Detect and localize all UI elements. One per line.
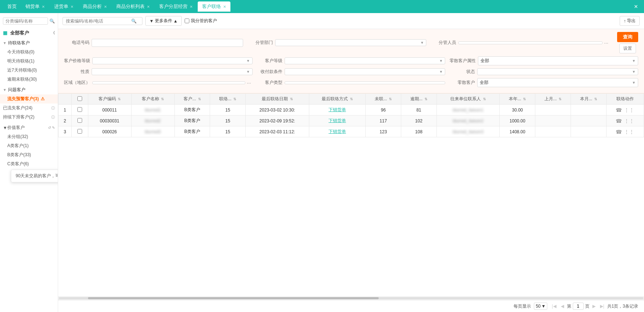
col-last-month[interactable]: 上月... ⇅ <box>535 94 571 105</box>
last-method-link[interactable]: 下销货单 <box>329 129 346 134</box>
row-checkbox-cell[interactable] <box>71 126 88 137</box>
contact-action-icon[interactable]: ☎ <box>616 107 622 113</box>
col-type[interactable]: 客户... ⇅ <box>174 94 210 105</box>
close-all-icon[interactable]: ✕ <box>631 2 641 11</box>
filter-region-select[interactable] <box>92 81 245 84</box>
contact-action-icon[interactable]: ☎ <box>616 118 622 124</box>
export-btn[interactable]: ↑ 导出 <box>620 16 640 26</box>
sidebar-item-7days[interactable]: 近7天待联络(0) <box>0 66 58 75</box>
filter-payment-select[interactable]: ▼ <box>285 68 446 75</box>
last-page-btn[interactable]: ▶| <box>599 303 606 309</box>
select-all-checkbox[interactable] <box>77 96 82 101</box>
col-last-method[interactable]: 最后联络方式 ⇅ <box>309 94 365 105</box>
toolbar-search-icon[interactable]: 🔍 <box>131 19 137 24</box>
more-action-icon[interactable]: ⋮⋮ <box>624 107 634 113</box>
my-customers-checkbox-label[interactable]: 我分管的客户 <box>185 18 217 24</box>
row-overdue: 81 <box>401 105 437 116</box>
tab-sales[interactable]: 销货单 ✕ <box>21 1 49 12</box>
sidebar-item-ungrouped[interactable]: 未分组(32) <box>0 132 58 141</box>
col-last-date[interactable]: 最后联络日期 ⇅ <box>246 94 309 105</box>
collapse-icon: 《 <box>51 31 55 36</box>
price-select-arrow: ▼ <box>246 59 250 63</box>
tab-analysis-close[interactable]: ✕ <box>104 5 107 9</box>
col-action: 联络动作 <box>606 94 644 105</box>
col-overdue[interactable]: 逾期... ⇅ <box>401 94 437 105</box>
refresh-icon[interactable]: ↺ <box>48 126 51 130</box>
filter-dept-select[interactable]: ▼ <box>275 39 427 46</box>
row-this-month <box>571 126 606 137</box>
page-number-input[interactable] <box>573 303 584 310</box>
filter-status-select[interactable]: ▼ <box>477 68 638 75</box>
tab-home[interactable]: 首页 <box>3 3 21 10</box>
row-liaison: blurred_liaison1 <box>436 105 500 116</box>
more-action-icon[interactable]: ⋮⋮ <box>624 118 634 124</box>
contact-action-icon[interactable]: ☎ <box>616 129 622 135</box>
row-checkbox[interactable] <box>77 107 82 112</box>
filter-zero-customer-select[interactable]: 全部 ▼ <box>477 78 638 87</box>
sidebar-group-problem-title[interactable]: ▼ 问题客户 <box>0 85 58 94</box>
col-this-month[interactable]: 本月... ⇅ <box>571 94 606 105</box>
tab-customer-contact[interactable]: 客户联络 ✕ <box>198 1 230 12</box>
sidebar-item-churn-warning[interactable]: 流失预警客户(3) ⚠ <box>0 94 58 104</box>
tab-analysis-list[interactable]: 商品分析列表 ✕ <box>112 1 154 12</box>
prev-page-btn[interactable]: ◀ <box>559 303 565 309</box>
col-this-year[interactable]: 本年... ⇅ <box>500 94 535 105</box>
edit-icon[interactable]: ✎ <box>52 126 55 130</box>
last-method-link[interactable]: 下销货单 <box>329 118 346 123</box>
col-code[interactable]: 客户编码 ⇅ <box>88 94 131 105</box>
row-checkbox-cell[interactable] <box>71 105 88 116</box>
tab-customer-contact-close[interactable]: ✕ <box>223 5 226 9</box>
tab-purchase[interactable]: 进货单 ✕ <box>50 1 78 12</box>
horizontal-scrollbar[interactable] <box>58 296 644 300</box>
my-customers-checkbox[interactable] <box>185 19 189 23</box>
col-uncontacted[interactable]: 未联... ⇅ <box>366 94 401 105</box>
col-name[interactable]: 客户名称 ⇅ <box>131 94 174 105</box>
sidebar-item-overdue[interactable]: 逾期未联络(30) <box>0 75 58 84</box>
row-last-month <box>535 105 571 116</box>
filter-customer-type-select[interactable] <box>285 81 446 84</box>
filter-phone-input[interactable] <box>92 39 243 47</box>
sidebar-group-pending-title[interactable]: ▼ 待联络客户 <box>0 39 58 48</box>
sidebar-item-class-c[interactable]: C类客户(6) <box>0 159 58 169</box>
tab-sales-close[interactable]: ✕ <box>42 5 45 9</box>
sidebar-item-churned[interactable]: 已流失客户(24) ⓘ <box>0 104 58 113</box>
filter-customer-level-select[interactable]: ▼ <box>285 57 446 64</box>
last-method-link[interactable]: 下销货单 <box>329 107 346 112</box>
sidebar-search-icon[interactable]: 🔍 <box>49 19 55 24</box>
first-page-btn[interactable]: |◀ <box>550 303 558 309</box>
more-action-icon[interactable]: ⋮⋮ <box>624 129 634 135</box>
sidebar-group-value-title[interactable]: ▼ 价值客户 ↺ ✎ <box>0 123 58 132</box>
setting-btn[interactable]: 设置 <box>619 44 636 53</box>
person-dots[interactable]: ··· <box>603 40 610 46</box>
row-checkbox[interactable] <box>77 129 82 134</box>
filter-price-select[interactable]: ▼ <box>92 57 253 64</box>
query-btn[interactable]: 查询 <box>617 32 638 42</box>
sidebar-item-today[interactable]: 今天待联络(0) <box>0 48 58 57</box>
sidebar-item-class-b[interactable]: B类客户(33) <box>0 150 58 159</box>
more-conditions-btn[interactable]: ▼ 更多条件 ▲ <box>145 16 182 26</box>
sidebar-item-tomorrow[interactable]: 明天待联络(1) <box>0 57 58 66</box>
sidebar-all-customers[interactable]: ▦ 全部客户 《 <box>0 28 58 39</box>
scrollbar-thumb[interactable] <box>88 297 379 299</box>
col-liaison[interactable]: 往来单位联系人 ⇅ <box>436 94 500 105</box>
tab-purchase-close[interactable]: ✕ <box>71 5 73 9</box>
filter-person-select[interactable] <box>458 41 603 44</box>
row-checkbox-cell[interactable] <box>71 116 88 126</box>
col-contact[interactable]: 联络... ⇅ <box>210 94 246 105</box>
tab-analysis-list-close[interactable]: ✕ <box>147 5 150 9</box>
per-page-select[interactable]: 50 ▼ <box>534 303 547 310</box>
sidebar-item-class-a[interactable]: A类客户(1) <box>0 141 58 150</box>
tab-customer-tier[interactable]: 客户分层经营 ✕ <box>155 1 197 12</box>
sidebar-item-declining[interactable]: 持续下滑客户(2) ⓘ <box>0 113 58 122</box>
tab-customer-tier-close[interactable]: ✕ <box>190 5 193 9</box>
tab-bar: 首页 销货单 ✕ 进货单 ✕ 商品分析 ✕ 商品分析列表 ✕ 客户分层经营 ✕ … <box>0 0 644 13</box>
filter-gender-select[interactable]: ▼ <box>92 68 253 75</box>
col-checkbox[interactable] <box>71 94 88 105</box>
toolbar-search-input[interactable] <box>66 19 131 24</box>
tab-analysis[interactable]: 商品分析 ✕ <box>79 1 111 12</box>
filter-zero-attr-select[interactable]: 全部 ▼ <box>478 56 638 65</box>
region-dots[interactable]: ··· <box>245 80 253 86</box>
row-checkbox[interactable] <box>77 118 82 123</box>
sidebar-search-input[interactable] <box>3 17 48 25</box>
next-page-btn[interactable]: ▶ <box>591 303 597 309</box>
